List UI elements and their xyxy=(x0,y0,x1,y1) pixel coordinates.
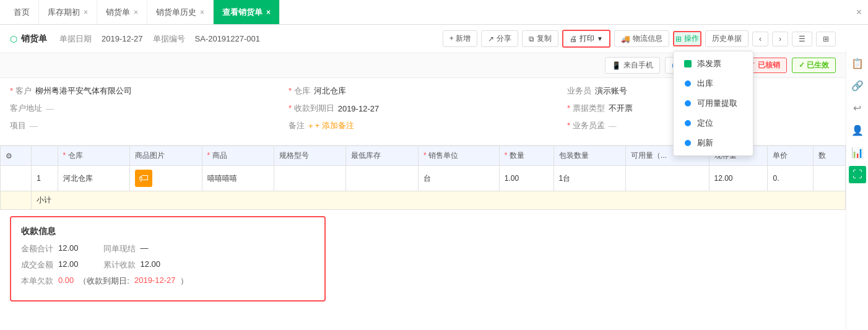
tab-sales-order[interactable]: 销货单 × xyxy=(97,0,147,24)
overdue-note-end: ） xyxy=(180,276,188,287)
row-settings xyxy=(1,166,32,191)
locate-icon xyxy=(684,119,692,128)
cumulative-label: 累计收款 xyxy=(103,259,136,271)
history-button[interactable]: 历史单据 xyxy=(705,30,749,47)
sidebar-icon-link[interactable]: 🔗 xyxy=(849,77,866,94)
history-button-label: 历史单据 xyxy=(712,33,742,44)
qty-pickup-label: 可用量提取 xyxy=(697,98,737,109)
total-value: 12.00 xyxy=(58,243,79,254)
sidebar-icon-document[interactable]: 📋 xyxy=(849,54,866,72)
logistics-button-label: 物流信息 xyxy=(633,33,662,44)
tab-bar: 首页 库存期初 × 销货单 × 销货单历史 × 查看销货单 × × xyxy=(0,0,868,25)
sidebar-icon-expand[interactable]: ⛶ xyxy=(849,166,866,183)
date-label: 单据日期 xyxy=(59,33,92,45)
col-warehouse: * 仓库 xyxy=(58,146,129,166)
tab-sales-order-close[interactable]: × xyxy=(134,8,138,17)
col-min-stock: 最低库存 xyxy=(346,146,418,166)
overdue-label: 本单欠款 xyxy=(21,276,53,287)
customer-label: 客户 xyxy=(10,85,32,97)
print-button[interactable]: 🖨 打印 ▼ xyxy=(562,30,610,48)
cancelled-badge-label: ✓ 已核销 xyxy=(749,60,779,71)
warehouse-field: 仓库 河北仓库 xyxy=(289,85,557,97)
col-image: 商品图片 xyxy=(130,146,202,166)
add-invoice-label: 添发票 xyxy=(697,58,721,69)
tab-bar-close-button[interactable]: × xyxy=(856,7,862,18)
toolbar: + 新增 ↗ 分享 ⧉ 复制 🖨 打印 ▼ 🚚 物流信息 xyxy=(443,30,836,48)
tab-view-sales[interactable]: 查看销货单 × xyxy=(214,0,280,24)
tab-view-sales-close[interactable]: × xyxy=(266,8,271,17)
dropdown-qty-pickup[interactable]: 可用量提取 xyxy=(674,93,753,113)
col-seq xyxy=(32,146,58,166)
copy-button[interactable]: ⧉ 复制 xyxy=(522,30,558,47)
from-phone-label: 来自手机 xyxy=(623,60,653,71)
print-chevron: ▼ xyxy=(597,35,603,42)
new-button[interactable]: + 新增 xyxy=(443,30,477,47)
same-order-field: 同单现结 — xyxy=(103,243,149,254)
share-button[interactable]: ↗ 分享 xyxy=(481,30,518,47)
payment-box: 收款信息 金额合计 12.00 同单现结 — 成交金额 12.00 累计收款 xyxy=(10,216,326,302)
col-unit: * 销售单位 xyxy=(418,146,499,166)
view-list-button[interactable]: ☰ xyxy=(792,32,812,46)
table-row: 1 河北仓库 🏷 嘻嘻嘻嘻 台 1.00 1台 12.00 0. xyxy=(1,166,846,191)
sidebar-icon-user[interactable]: 👤 xyxy=(849,121,866,139)
tab-inventory-init-label: 库存期初 xyxy=(48,7,80,18)
print-button-label: 打印 xyxy=(579,33,594,44)
tab-sales-history[interactable]: 销货单历史 × xyxy=(147,0,214,24)
col-qty: * 数量 xyxy=(499,146,553,166)
dropdown-add-invoice[interactable]: 添发票 xyxy=(674,54,753,74)
payment-row-1: 金额合计 12.00 同单现结 — xyxy=(21,243,315,254)
number-value: SA-20191227-001 xyxy=(195,34,261,43)
add-invoice-icon xyxy=(684,59,692,68)
overdue-note: （收款到期日: xyxy=(79,276,129,287)
row-qty: 1.00 xyxy=(499,166,553,191)
qty-pickup-icon xyxy=(684,99,692,108)
from-phone-button[interactable]: 📱 来自手机 xyxy=(605,57,660,74)
view-grid-button[interactable]: ⊞ xyxy=(816,32,836,46)
salesperson-label: 业务员 xyxy=(567,85,591,97)
cumulative-field: 累计收款 12.00 xyxy=(103,259,161,271)
sidebar-icon-return[interactable]: ↩ xyxy=(849,99,866,116)
tab-inventory-init-close[interactable]: × xyxy=(84,8,88,17)
ticket-type-label: 票据类型 xyxy=(567,103,605,114)
right-sidebar: 📋 🔗 ↩ 👤 📊 ⛶ xyxy=(846,50,868,330)
dropdown-refresh[interactable]: 刷新 xyxy=(674,133,753,153)
project-label: 项目 xyxy=(10,120,26,131)
subtotal-settings xyxy=(1,191,32,210)
operations-dropdown: 添发票 出库 可用量提取 定位 xyxy=(673,51,753,156)
row-product: 嘻嘻嘻嘻 xyxy=(202,166,274,191)
share-button-label: 分享 xyxy=(497,33,511,44)
warehouse-value: 河北仓库 xyxy=(314,85,388,97)
dropdown-locate[interactable]: 定位 xyxy=(674,113,753,133)
row-unit-price: 0. xyxy=(768,166,813,191)
refresh-label: 刷新 xyxy=(697,137,713,149)
payment-row-2: 成交金额 12.00 累计收款 12.00 xyxy=(21,259,315,271)
address-value: — xyxy=(46,104,120,113)
row-min-stock xyxy=(346,166,418,191)
sidebar-icon-chart[interactable]: 📊 xyxy=(849,144,866,161)
tab-home[interactable]: 首页 xyxy=(5,0,39,24)
logistics-button[interactable]: 🚚 物流信息 xyxy=(614,30,669,47)
row-seq: 1 xyxy=(32,166,58,191)
tab-home-label: 首页 xyxy=(14,7,30,18)
tab-sales-history-close[interactable]: × xyxy=(200,8,204,17)
note-field: 备注 + + 添加备注 xyxy=(289,120,557,131)
cumulative-value: 12.00 xyxy=(141,259,161,271)
effective-badge: ✓ 已生效 xyxy=(792,58,836,73)
nav-prev-button[interactable]: ‹ xyxy=(752,32,768,46)
grid-icon: ⊞ xyxy=(675,35,682,43)
tab-inventory-init[interactable]: 库存期初 × xyxy=(39,0,97,24)
nav-next-button[interactable]: › xyxy=(772,32,788,46)
dropdown-out-storage[interactable]: 出库 xyxy=(674,74,753,93)
add-note-label: + 添加备注 xyxy=(315,120,354,131)
operations-button[interactable]: ⊞ 操作 xyxy=(673,31,701,46)
add-note-button[interactable]: + + 添加备注 xyxy=(308,120,354,131)
row-spec xyxy=(274,166,346,191)
number-label: 单据编号 xyxy=(153,33,185,45)
effective-badge-label: ✓ 已生效 xyxy=(799,60,829,71)
col-settings[interactable]: ⚙ xyxy=(1,146,32,166)
transaction-field: 成交金额 12.00 xyxy=(21,259,79,271)
row-available xyxy=(626,166,709,191)
due-date-value: 2019-12-27 xyxy=(338,104,412,113)
share-icon: ↗ xyxy=(488,35,494,43)
overdue-date: 2019-12-27 xyxy=(134,276,176,287)
